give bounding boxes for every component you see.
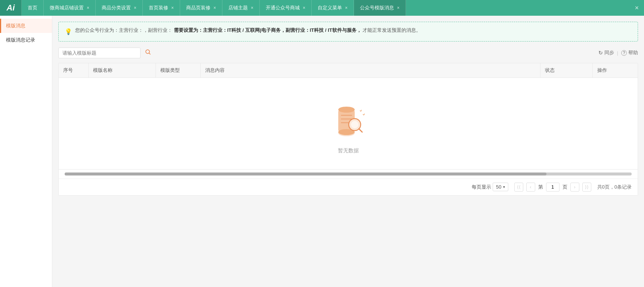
svg-point-10: [351, 121, 358, 128]
nav-tab-label-3: 首页装修: [149, 4, 168, 11]
nav-tab-label-5: 店铺主题: [228, 4, 248, 11]
nav-tab-close-1[interactable]: ×: [87, 5, 89, 10]
search-bar: ↻ 同步 | ? 帮助: [58, 48, 638, 58]
scroll-track[interactable]: [65, 172, 632, 175]
table-header-col-2: 模版类型: [156, 63, 201, 77]
nav-tab-label-7: 自定义菜单: [318, 4, 342, 11]
table-header-col-0: 序号: [59, 63, 89, 77]
divider: |: [617, 50, 618, 56]
pagination: 每页显示 50 ▾ ⟨⟨ ‹ 第 页 › ⟩⟩ 共0页，0条记录: [59, 178, 638, 195]
close-all-button[interactable]: ×: [629, 4, 644, 12]
nav-tab-close-8[interactable]: ×: [397, 5, 400, 10]
nav-tab-5[interactable]: 店铺主题×: [222, 0, 260, 16]
nav-tab-close-2[interactable]: ×: [134, 5, 136, 10]
horizontal-scrollbar[interactable]: [59, 169, 638, 178]
empty-state: 暂无数据: [59, 78, 638, 169]
top-nav: Ai 首页微商城店铺设置×商品分类设置×首页装修×商品页装修×店铺主题×开通公众…: [0, 0, 644, 16]
nav-tab-label-8: 公众号模版消息: [360, 4, 394, 11]
notice-icon: 💡: [65, 27, 72, 37]
nav-tab-close-6[interactable]: ×: [303, 5, 305, 10]
search-input[interactable]: [58, 48, 141, 58]
app-logo: Ai: [0, 0, 22, 16]
svg-line-11: [359, 129, 362, 132]
nav-tab-close-5[interactable]: ×: [251, 5, 253, 10]
sync-icon: ↻: [598, 50, 603, 56]
empty-text: 暂无数据: [338, 147, 359, 154]
nav-tab-close-3[interactable]: ×: [171, 5, 174, 10]
sidebar-item-0[interactable]: 模版消息: [0, 19, 52, 33]
nav-tab-close-4[interactable]: ×: [213, 5, 216, 10]
table-header-col-3: 消息内容: [201, 63, 540, 77]
next-page-button[interactable]: ›: [570, 183, 579, 192]
nav-tab-label-1: 微商城店铺设置: [50, 4, 84, 11]
table-header-col-1: 模版名称: [89, 63, 156, 77]
nav-tab-8[interactable]: 公众号模版消息×: [354, 0, 406, 16]
main-layout: 模版消息模版消息记录 💡 您的公众号行业为：主营行业：，副营行业： 需要设置为：…: [0, 16, 644, 287]
nav-tab-6[interactable]: 开通公众号商城×: [260, 0, 312, 16]
page-number-input[interactable]: [546, 183, 560, 192]
sync-button[interactable]: ↻ 同步: [598, 49, 614, 56]
svg-line-1: [149, 53, 151, 55]
nav-tab-2[interactable]: 商品分类设置×: [96, 0, 143, 16]
sidebar: 模版消息模版消息记录: [0, 16, 52, 287]
scroll-thumb[interactable]: [65, 172, 546, 175]
nav-tab-label-2: 商品分类设置: [102, 4, 131, 11]
dropdown-arrow-icon: ▾: [503, 185, 505, 189]
first-page-button[interactable]: ⟨⟨: [514, 183, 523, 192]
help-icon: ?: [621, 50, 627, 56]
nav-tab-label-4: 商品页装修: [186, 4, 210, 11]
last-page-button[interactable]: ⟩⟩: [582, 183, 591, 192]
nav-tab-7[interactable]: 自定义菜单×: [312, 0, 354, 16]
table-header: 序号模版名称模版类型消息内容状态操作: [59, 63, 638, 78]
search-right: ↻ 同步 | ? 帮助: [598, 49, 638, 56]
data-table: 序号模版名称模版类型消息内容状态操作: [58, 63, 638, 196]
nav-tab-1[interactable]: 微商城店铺设置×: [44, 0, 96, 16]
prev-page-button[interactable]: ‹: [526, 183, 535, 192]
search-left: [58, 48, 152, 58]
search-button[interactable]: [144, 48, 152, 58]
nav-tab-close-7[interactable]: ×: [345, 5, 348, 10]
table-header-col-5: 操作: [593, 63, 638, 77]
nav-tab-label-6: 开通公众号商城: [266, 4, 300, 11]
page-size-selector: 每页显示 50 ▾: [472, 183, 508, 191]
nav-tab-0[interactable]: 首页: [22, 0, 44, 16]
svg-point-4: [338, 107, 355, 113]
table-header-col-4: 状态: [540, 63, 593, 77]
notice-banner: 💡 您的公众号行业为：主营行业：，副营行业： 需要设置为：主营行业：IT科技 /…: [58, 22, 638, 42]
page-size-dropdown[interactable]: 50 ▾: [493, 183, 508, 191]
content-area: 💡 您的公众号行业为：主营行业：，副营行业： 需要设置为：主营行业：IT科技 /…: [52, 16, 644, 287]
help-button[interactable]: ? 帮助: [621, 49, 638, 56]
empty-illustration: [328, 100, 369, 141]
sidebar-item-1[interactable]: 模版消息记录: [0, 33, 52, 47]
notice-text: 您的公众号行业为：主营行业：，副营行业： 需要设置为：主营行业：IT科技 / 互…: [75, 27, 421, 34]
nav-tab-label-0: 首页: [28, 4, 37, 11]
nav-tab-4[interactable]: 商品页装修×: [180, 0, 222, 16]
nav-tab-3[interactable]: 首页装修×: [143, 0, 180, 16]
